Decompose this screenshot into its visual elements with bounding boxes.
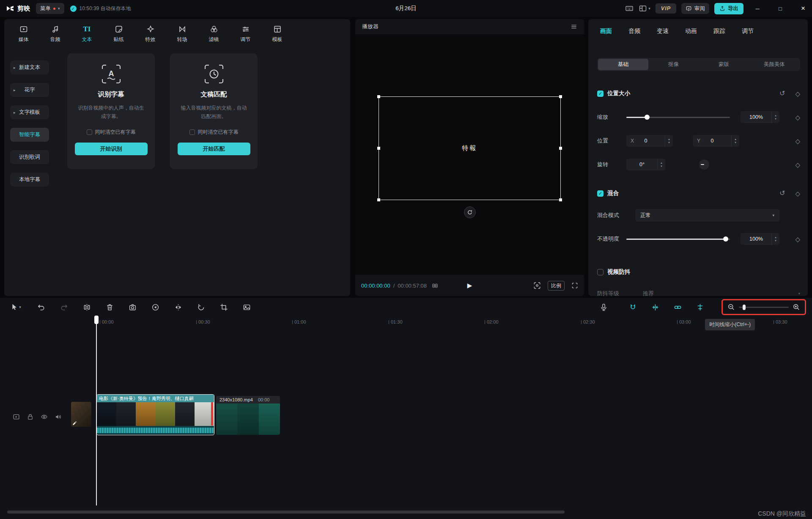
zoom-in-button[interactable] xyxy=(793,303,800,311)
freeze-frame-button[interactable] xyxy=(126,300,140,314)
review-button[interactable]: 审阅 xyxy=(681,3,709,14)
slider-knob[interactable] xyxy=(645,115,650,120)
keyframe-diamond-icon[interactable]: ◇ xyxy=(795,162,800,168)
auto-snap-toggle[interactable] xyxy=(648,300,662,314)
cover-thumbnail[interactable] xyxy=(71,402,91,427)
slider-knob[interactable] xyxy=(723,236,728,242)
keyframe-diamond-icon[interactable]: ◇ xyxy=(795,114,800,121)
close-button[interactable]: × xyxy=(794,0,812,17)
undo-button[interactable] xyxy=(34,300,48,314)
player-menu-icon[interactable] xyxy=(571,23,577,30)
position-x-box[interactable]: X 0 ▴▾ xyxy=(626,135,673,147)
timeline-horizontal-scrollbar[interactable] xyxy=(7,511,565,514)
stepper[interactable]: ▴▾ xyxy=(771,233,779,245)
reverse-button[interactable] xyxy=(148,300,162,314)
checkbox-unchecked[interactable] xyxy=(189,129,195,135)
play-button[interactable]: ▶ xyxy=(467,282,472,289)
preview-axis-toggle[interactable] xyxy=(693,300,707,314)
reset-icon[interactable]: ↺ xyxy=(779,90,785,97)
stabilize-checkbox[interactable] xyxy=(597,269,604,275)
crop-button[interactable] xyxy=(217,300,231,314)
blend-mode-dropdown[interactable]: 正常 ▾ xyxy=(635,209,779,222)
tab-filter[interactable]: 滤镜 xyxy=(198,22,230,46)
mirror-button[interactable] xyxy=(171,300,185,314)
track-cover-icon[interactable] xyxy=(13,413,20,420)
subtab-cutout[interactable]: 抠像 xyxy=(648,59,699,70)
select-tool-button[interactable]: ▾ xyxy=(6,300,25,314)
sidebar-item-text-template[interactable]: ▸ 文字模板 xyxy=(10,105,49,119)
tab-animation[interactable]: 动画 xyxy=(685,27,697,35)
aspect-ratio-button[interactable]: 比例 xyxy=(548,281,565,291)
rotate-handle[interactable] xyxy=(464,206,476,218)
lock-icon[interactable] xyxy=(27,413,34,420)
playhead-line[interactable] xyxy=(96,316,97,505)
edit-cover-pencil-icon[interactable] xyxy=(72,421,77,426)
stepper[interactable]: ▴▾ xyxy=(731,135,739,147)
start-recognize-button[interactable]: 开始识别 xyxy=(75,143,148,155)
split-button[interactable] xyxy=(80,300,94,314)
subtab-basic[interactable]: 基础 xyxy=(598,59,648,70)
rotate-dial[interactable] xyxy=(699,159,709,170)
mute-icon[interactable] xyxy=(55,413,62,420)
voiceover-mic-button[interactable] xyxy=(597,300,611,314)
keyframe-diamond-icon[interactable]: ◇ xyxy=(795,190,800,197)
main-track-magnet-toggle[interactable] xyxy=(626,300,640,314)
stepper[interactable]: ▴▾ xyxy=(771,111,779,123)
position-y-box[interactable]: Y 0 ▴▾ xyxy=(693,135,739,147)
zoom-out-button[interactable] xyxy=(727,303,735,311)
keyframe-diamond-icon[interactable]: ◇ xyxy=(795,138,800,144)
tab-template[interactable]: 模板 xyxy=(261,22,293,46)
preview-quality-icon[interactable] xyxy=(533,282,541,289)
rotate-value-box[interactable]: 0° ▴▾ xyxy=(626,159,665,170)
redo-button[interactable] xyxy=(57,300,71,314)
clear-existing-subtitle-option[interactable]: 同时清空已有字幕 xyxy=(87,129,136,136)
frame-view-icon[interactable] xyxy=(432,283,438,289)
position-size-checkbox[interactable]: ✓ xyxy=(597,91,604,97)
linkage-toggle[interactable] xyxy=(671,300,685,314)
sidebar-item-lyrics-recognition[interactable]: 识别歌词 xyxy=(10,150,49,164)
matting-button[interactable] xyxy=(240,300,254,314)
sidebar-item-fancy-text[interactable]: ▸ 花字 xyxy=(10,83,49,97)
keyframe-diamond-icon[interactable]: ◇ xyxy=(795,91,800,97)
stepper[interactable]: ▴▾ xyxy=(665,135,673,147)
zoom-slider-knob[interactable] xyxy=(743,305,746,310)
chevron-down-icon[interactable]: ▾ xyxy=(798,292,800,296)
tab-media[interactable]: 媒体 xyxy=(8,22,39,46)
fullscreen-icon[interactable] xyxy=(571,282,578,289)
tab-adjust-props[interactable]: 调节 xyxy=(742,27,754,35)
opacity-value-box[interactable]: 100% ▴▾ xyxy=(741,233,779,245)
shortcut-keyboard-icon[interactable] xyxy=(625,4,634,13)
menu-button[interactable]: 菜单 ▾ xyxy=(36,3,64,14)
project-date[interactable]: 6月26日 xyxy=(395,0,417,17)
sidebar-item-smart-subtitle[interactable]: 智能字幕 xyxy=(10,128,49,142)
subtab-beauty[interactable]: 美颜美体 xyxy=(749,59,799,70)
reset-icon[interactable]: ↺ xyxy=(779,190,785,197)
sidebar-item-local-subtitle[interactable]: 本地字幕 xyxy=(10,173,49,187)
sidebar-item-new-text[interactable]: ▸ 新建文本 xyxy=(10,60,49,74)
tab-audio[interactable]: 音频 xyxy=(39,22,71,46)
checkbox-unchecked[interactable] xyxy=(87,129,92,135)
timeline-zoom-slider[interactable] xyxy=(739,304,789,310)
clear-existing-subtitle-option[interactable]: 同时清空已有字幕 xyxy=(189,129,239,136)
video-clip[interactable]: 2340x1080.mp4 00:00 xyxy=(216,396,280,435)
tab-tracking[interactable]: 跟踪 xyxy=(713,27,725,35)
tab-adjust[interactable]: 调节 xyxy=(230,22,261,46)
eye-icon[interactable] xyxy=(41,413,48,420)
selection-box[interactable]: 特報 xyxy=(379,96,561,200)
keyframe-diamond-icon[interactable]: ◇ xyxy=(795,236,800,242)
rotate-tool-button[interactable] xyxy=(194,300,208,314)
tab-transition[interactable]: 转场 xyxy=(166,22,198,46)
minimize-button[interactable]: ─ xyxy=(749,0,766,17)
stepper[interactable]: ▴▾ xyxy=(657,159,665,170)
workspace-layout-button[interactable]: ▾ xyxy=(639,4,650,13)
opacity-slider[interactable] xyxy=(626,236,730,242)
tab-text[interactable]: TI 文本 xyxy=(71,22,103,46)
tab-canvas[interactable]: 画面 xyxy=(600,27,612,35)
playhead-handle[interactable] xyxy=(94,316,99,324)
scale-value-box[interactable]: 100% ▴▾ xyxy=(741,111,779,123)
maximize-button[interactable]: □ xyxy=(771,0,789,17)
start-match-button[interactable]: 开始匹配 xyxy=(178,143,250,155)
delete-button[interactable] xyxy=(103,300,117,314)
vip-badge[interactable]: VIP xyxy=(656,3,676,14)
tab-speed[interactable]: 变速 xyxy=(657,27,669,35)
